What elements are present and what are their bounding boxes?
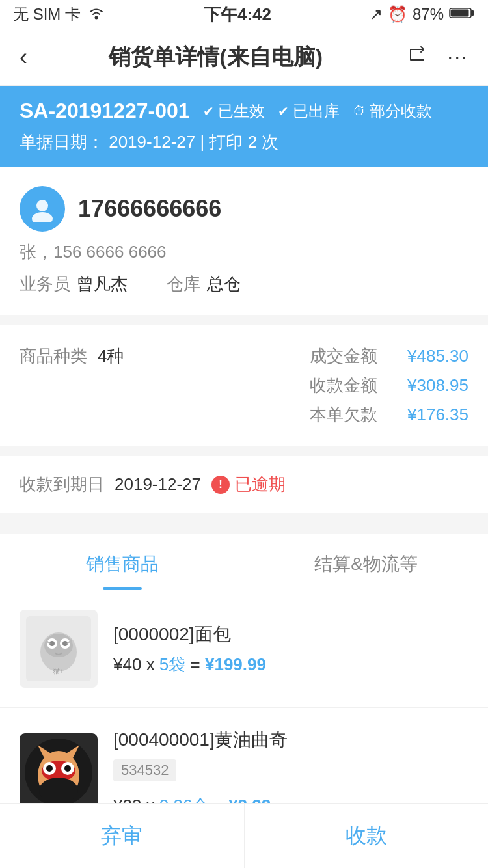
more-icon[interactable]: ··· bbox=[447, 45, 468, 69]
salesperson-value: 曾凡杰 bbox=[77, 273, 128, 295]
received-amount-value: ¥308.95 bbox=[390, 375, 468, 396]
order-date-value: 2019-12-27 bbox=[109, 132, 195, 152]
stats-section: 商品种类 4种 成交金额 ¥485.30 收款金额 ¥308.95 本单欠款 ¥… bbox=[0, 325, 488, 446]
page-title: 销货单详情(来自电脑) bbox=[109, 42, 323, 72]
tabs-section: 销售商品 结算&物流等 bbox=[0, 534, 488, 590]
cancel-button[interactable]: 弃审 bbox=[0, 804, 245, 868]
received-amount-label: 收款金额 bbox=[310, 374, 377, 397]
status-time: 下午4:42 bbox=[204, 3, 271, 26]
battery-icon bbox=[449, 5, 475, 23]
owed-amount-row: 本单欠款 ¥176.35 bbox=[310, 403, 468, 426]
product-info-1: [0000002]面包 ¥40 x 5袋 = ¥199.99 bbox=[113, 622, 468, 676]
product-list: 猫+ [0000002]面包 ¥40 x 5袋 = ¥199.99 bbox=[0, 590, 488, 837]
product-price-1: ¥40 x 5袋 = ¥199.99 bbox=[113, 653, 468, 676]
total-1: ¥199.99 bbox=[205, 655, 266, 674]
order-id: SA-20191227-001 bbox=[20, 99, 190, 123]
product-types: 商品种类 4种 bbox=[20, 345, 124, 368]
svg-point-0 bbox=[95, 16, 98, 20]
overdue-badge: ! 已逾期 bbox=[211, 473, 286, 496]
deal-amount-label: 成交金额 bbox=[310, 345, 377, 368]
svg-point-21 bbox=[46, 765, 53, 772]
salesperson-meta: 业务员 曾凡杰 bbox=[20, 273, 128, 295]
nav-bar: ‹ 销货单详情(来自电脑) ··· bbox=[0, 29, 488, 86]
warehouse-value: 总仓 bbox=[207, 273, 241, 295]
product-types-value: 4种 bbox=[98, 345, 124, 368]
qty-1: 5袋 bbox=[159, 655, 185, 674]
due-date-value: 2019-12-27 bbox=[115, 474, 201, 495]
clock-icon: ⏱ bbox=[353, 103, 366, 118]
order-date-label: 单据日期： bbox=[20, 132, 104, 152]
salesperson-label: 业务员 bbox=[20, 273, 70, 295]
due-date-section: 收款到期日 2019-12-27 ! 已逾期 bbox=[0, 456, 488, 513]
nav-right-actions: ··· bbox=[404, 43, 468, 72]
svg-point-22 bbox=[64, 765, 71, 772]
status-right: ↗ ⏰ 87% bbox=[370, 5, 475, 23]
product-sku-2: 534532 bbox=[113, 759, 176, 781]
product-item-1: 猫+ [0000002]面包 ¥40 x 5袋 = ¥199.99 bbox=[0, 590, 488, 708]
tab-settlement[interactable]: 结算&物流等 bbox=[244, 534, 488, 590]
warehouse-label: 仓库 bbox=[167, 273, 200, 295]
sim-status: 无 SIM 卡 bbox=[13, 4, 81, 25]
back-button[interactable]: ‹ bbox=[20, 44, 27, 71]
wifi-icon bbox=[87, 5, 105, 23]
divider-1 bbox=[0, 523, 488, 534]
alarm-icon: ⏰ bbox=[388, 5, 407, 23]
owed-amount-label: 本单欠款 bbox=[310, 403, 377, 426]
order-date-line: 单据日期： 2019-12-27 | 打印 2 次 bbox=[20, 131, 468, 154]
warehouse-meta: 仓库 总仓 bbox=[167, 273, 241, 295]
svg-point-11 bbox=[49, 641, 55, 646]
svg-point-23 bbox=[39, 778, 78, 804]
badge-label-1: 已生效 bbox=[218, 101, 265, 122]
owed-amount-value: ¥176.35 bbox=[390, 405, 468, 425]
status-left: 无 SIM 卡 bbox=[13, 4, 105, 25]
bottom-bar: 弃审 收款 bbox=[0, 803, 488, 868]
deal-amount-row: 成交金额 ¥485.30 bbox=[310, 345, 468, 368]
badge-partial-payment: ⏱ 部分收款 bbox=[353, 101, 432, 122]
received-amount-row: 收款金额 ¥308.95 bbox=[310, 374, 468, 397]
product-thumb-2: branded bbox=[20, 733, 98, 811]
product-thumb-1: 猫+ bbox=[20, 610, 98, 688]
customer-phone: 17666666666 bbox=[78, 195, 221, 223]
status-bar: 无 SIM 卡 下午4:42 ↗ ⏰ 87% bbox=[0, 0, 488, 29]
share-icon[interactable] bbox=[404, 43, 427, 72]
battery-level: 87% bbox=[413, 5, 444, 23]
overdue-label: 已逾期 bbox=[235, 473, 286, 496]
check-icon-2: ✔ bbox=[278, 103, 289, 119]
amounts-section: 成交金额 ¥485.30 收款金额 ¥308.95 本单欠款 ¥176.35 bbox=[310, 345, 468, 426]
badge-shipped: ✔ 已出库 bbox=[278, 101, 340, 122]
order-header: SA-20191227-001 ✔ 已生效 ✔ 已出库 ⏱ 部分收款 单据日期：… bbox=[0, 86, 488, 167]
customer-section: 17666666666 张，156 6666 6666 业务员 曾凡杰 仓库 总… bbox=[0, 167, 488, 315]
badge-effective: ✔ 已生效 bbox=[203, 101, 265, 122]
badge-label-2: 已出库 bbox=[293, 101, 340, 122]
svg-point-5 bbox=[32, 212, 53, 222]
overdue-icon: ! bbox=[211, 476, 230, 494]
tab-products[interactable]: 销售商品 bbox=[0, 534, 244, 590]
check-icon-1: ✔ bbox=[203, 103, 214, 119]
price-base-1: ¥40 bbox=[113, 655, 141, 674]
badge-label-3: 部分收款 bbox=[370, 101, 432, 122]
svg-point-12 bbox=[62, 641, 68, 646]
product-types-label: 商品种类 bbox=[20, 345, 87, 368]
customer-avatar bbox=[20, 186, 65, 232]
svg-text:猫+: 猫+ bbox=[53, 668, 64, 675]
svg-point-4 bbox=[36, 200, 48, 211]
svg-rect-3 bbox=[450, 10, 468, 17]
customer-name-phone: 张，156 6666 6666 bbox=[20, 241, 468, 264]
product-name-1: [0000002]面包 bbox=[113, 622, 468, 647]
print-info: | 打印 2 次 bbox=[200, 132, 278, 152]
svg-rect-2 bbox=[471, 10, 474, 16]
deal-amount-value: ¥485.30 bbox=[390, 346, 468, 366]
location-icon: ↗ bbox=[370, 5, 383, 23]
product-name-2: [000400001]黄油曲奇 bbox=[113, 727, 468, 752]
due-date-label: 收款到期日 bbox=[20, 473, 104, 496]
confirm-button[interactable]: 收款 bbox=[245, 804, 489, 868]
